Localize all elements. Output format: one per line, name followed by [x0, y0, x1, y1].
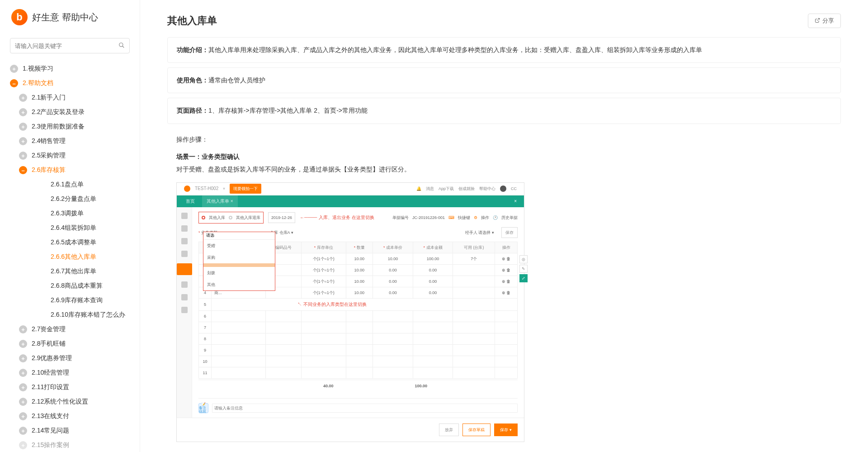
ss-dd-item: 其他	[203, 279, 275, 290]
leaf-2-6-10[interactable]: 2.6.10库存账本错了怎么办	[33, 308, 135, 322]
ss-side-icon	[181, 213, 188, 219]
plus-icon: +	[19, 325, 27, 333]
plus-icon: +	[19, 369, 27, 377]
search-icon[interactable]	[118, 42, 125, 50]
nav-label: 2.15操作案例	[32, 441, 69, 449]
ss-side-icon	[181, 251, 188, 257]
path-block: 页面路径：1、库存核算->库存管理->其他入库单 2、首页->常用功能	[167, 98, 841, 124]
plus-icon: +	[19, 137, 27, 145]
ss-sum-row: 40.00 100.00	[198, 380, 518, 392]
nav-item-2-12[interactable]: +2.12系统个性化设置	[14, 395, 135, 409]
minus-icon: –	[10, 79, 18, 87]
ss-side-icon	[181, 307, 188, 313]
arrow-left-icon: ←────	[300, 213, 317, 222]
logo-area: b 好生意 帮助中心	[0, 0, 140, 34]
ss-dd-item: 划拨	[203, 267, 275, 279]
ss-side-nav	[177, 207, 192, 418]
ss-dd-item-sel	[203, 263, 275, 267]
ss-remark-input	[212, 404, 518, 413]
leaf-2-6-5[interactable]: 2.6.5成本调整单	[33, 235, 135, 250]
nav-item-video[interactable]: +1.视频学习	[5, 62, 135, 76]
ss-user-cc: CC	[511, 185, 517, 193]
nav-item-2-13[interactable]: +2.13在线支付	[14, 409, 135, 423]
ss-tab-active: 其他入库单 ×	[202, 195, 238, 208]
plus-icon: +	[19, 108, 27, 116]
ss-meta-op: 操作	[481, 214, 489, 222]
nav-item-2-7[interactable]: +2.7资金管理	[14, 322, 135, 337]
nav-label: 2.9优惠券管理	[32, 354, 72, 362]
leaf-2-6-3[interactable]: 2.6.3调拨单	[33, 206, 135, 221]
plus-icon: +	[19, 412, 27, 420]
nav-label: 2.帮助文档	[23, 79, 53, 87]
ss-btn-save: 保存 ▾	[494, 423, 518, 436]
nav-item-2-11[interactable]: +2.11打印设置	[14, 380, 135, 395]
intro-text: 其他入库单用来处理除采购入库、产成品入库之外的其他入库业务，因此其他入库单可处理…	[208, 46, 702, 53]
nav-item-2-8[interactable]: +2.8手机旺铺	[14, 337, 135, 351]
plus-icon: +	[19, 398, 27, 406]
nav-item-2-10[interactable]: +2.10经营管理	[14, 366, 135, 380]
nav-label: 2.10经营管理	[32, 369, 69, 377]
ss-dd-input	[206, 233, 272, 238]
ss-tabs: 首页 其他入库单 × ×	[177, 195, 524, 207]
tool-icon: ✎	[519, 265, 528, 273]
leaf-2-6-4[interactable]: 2.6.4组装拆卸单	[33, 221, 135, 235]
ss-topbar: TEST-H002 ▾ 现要领拍一下 🔔消息 App下载 创成就验 帮助中心 C…	[177, 183, 524, 195]
ss-handler-value: 请选择	[478, 230, 491, 235]
share-button[interactable]: 分享	[808, 14, 841, 28]
leaf-2-6-9[interactable]: 2.6.9库存账本查询	[33, 293, 135, 308]
nav-item-2-15[interactable]: +2.15操作案例	[14, 438, 135, 452]
scene1-text: 对于受赠、盘盈或是拆装入库等不同的业务，是通过单据头【业务类型】进行区分。	[176, 163, 832, 176]
plus-icon: +	[19, 441, 27, 449]
leaf-2-6-8[interactable]: 2.6.8商品成本重算	[33, 279, 135, 293]
nav-label: 2.8手机旺铺	[32, 340, 66, 348]
intro-block: 功能介绍：其他入库单用来处理除采购入库、产成品入库之外的其他入库业务，因此其他入…	[167, 37, 841, 63]
plus-icon: +	[19, 152, 27, 160]
minus-icon: –	[19, 166, 27, 174]
search-box[interactable]	[10, 38, 130, 53]
ss-env-label: TEST-H002	[195, 184, 218, 193]
leaf-2-6-2[interactable]: 2.6.2分量盘点单	[33, 192, 135, 206]
plus-icon: +	[19, 383, 27, 391]
nav-item-2-5[interactable]: +2.5采购管理	[14, 148, 135, 163]
ss-meta-shortcut: 快捷键	[458, 214, 470, 222]
nav-item-helpdoc[interactable]: –2.帮助文档	[5, 76, 135, 90]
ss-date: 2019-12-26	[268, 212, 295, 223]
ss-top-app: App下载	[439, 185, 454, 193]
plus-icon: +	[19, 354, 27, 362]
nav-item-2-6[interactable]: –2.6库存核算	[14, 163, 135, 177]
nav-label: 2.2产品安装及登录	[32, 108, 85, 116]
ss-handler-label: 经手人	[465, 230, 477, 235]
annotation-text-2: ↖ 不同业务的入库类型在这里切换	[212, 298, 453, 310]
nav-item-2-9[interactable]: +2.9优惠券管理	[14, 351, 135, 366]
page-header: 其他入库单 分享	[167, 14, 841, 28]
nav-item-2-4[interactable]: +2.4销售管理	[14, 134, 135, 148]
nav-item-2-2[interactable]: +2.2产品安装及登录	[14, 105, 135, 119]
leaf-2-6-6[interactable]: 2.6.6其他入库单	[33, 250, 135, 264]
plus-icon: +	[19, 340, 27, 348]
avatar-icon	[500, 186, 506, 192]
nav-label: 2.5采购管理	[32, 152, 66, 160]
nav-label: 2.7资金管理	[32, 325, 66, 333]
annotation-text: ←────入库、退出业务 在这里切换	[300, 213, 374, 222]
leaf-2-6-7[interactable]: 2.6.7其他出库单	[33, 264, 135, 279]
ss-save-top: 保存	[501, 227, 518, 238]
nav-label: 1.视频学习	[23, 65, 53, 73]
main-content: 其他入库单 分享 功能介绍：其他入库单用来处理除采购入库、产成品入库之外的其他入…	[140, 0, 868, 452]
ss-radio-label: 其他入库退库	[236, 214, 260, 222]
nav-label: 2.3使用前数据准备	[32, 123, 85, 131]
search-input[interactable]	[15, 43, 118, 49]
nav-item-2-3[interactable]: +2.3使用前数据准备	[14, 119, 135, 134]
nav-label: 2.13在线支付	[32, 412, 69, 420]
leaf-2-6-1[interactable]: 2.6.1盘点单	[33, 177, 135, 192]
ss-logo-icon	[184, 186, 190, 192]
ss-tab-home: 首页	[181, 195, 199, 208]
ss-tool-rail: ◎ ✎ ⤢	[519, 255, 528, 282]
nav-item-2-14[interactable]: +2.14常见问题	[14, 423, 135, 438]
ss-btn-draft: 保存草稿	[462, 423, 491, 436]
role-label: 使用角色：	[177, 76, 208, 84]
nav-item-2-1[interactable]: +2.1新手入门	[14, 90, 135, 105]
nav-label: 2.11打印设置	[32, 383, 69, 391]
role-block: 使用角色：通常由仓管人员维护	[167, 67, 841, 93]
plus-icon: +	[19, 94, 27, 102]
ss-side-icon	[181, 225, 188, 232]
